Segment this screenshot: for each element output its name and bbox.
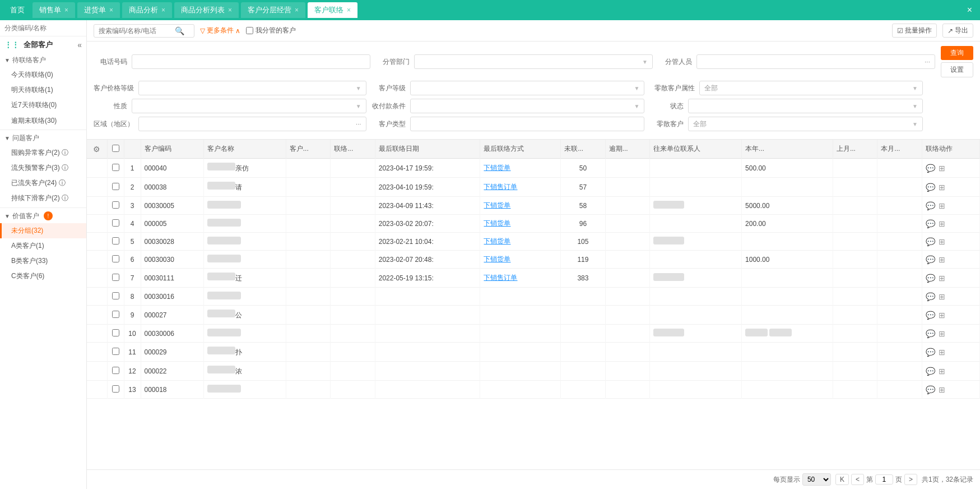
- grid-icon[interactable]: ⊞: [939, 164, 945, 173]
- sidebar-item-class-a[interactable]: A类客户(1): [0, 238, 86, 253]
- field-person-input[interactable]: ···: [696, 54, 935, 69]
- chat-icon[interactable]: 💬: [926, 348, 935, 357]
- checkbox-cell[interactable]: [107, 233, 124, 251]
- close-tab-customer-tier[interactable]: ×: [295, 6, 299, 14]
- col-name-header[interactable]: 客户名称: [203, 140, 286, 159]
- last-method-link[interactable]: 下销货单: [484, 219, 510, 227]
- nav-tab-purchase[interactable]: 进货单 ×: [77, 2, 120, 18]
- chat-icon[interactable]: 💬: [926, 183, 935, 192]
- field-nature-input[interactable]: ▼: [132, 99, 366, 113]
- last-method-link[interactable]: 下销售订单: [484, 183, 517, 191]
- chat-icon[interactable]: 💬: [926, 292, 935, 301]
- checkbox-cell[interactable]: [107, 288, 124, 306]
- page-input[interactable]: [875, 474, 893, 485]
- sidebar-item-declining[interactable]: 持续下滑客户(2) ⓘ: [0, 191, 86, 206]
- grid-icon[interactable]: ⊞: [939, 311, 945, 320]
- checkbox-cell[interactable]: [107, 159, 124, 178]
- close-tab-sales[interactable]: ×: [64, 6, 68, 14]
- main-search-icon[interactable]: 🔍: [175, 26, 184, 35]
- sidebar-item-class-c[interactable]: C类客户(6): [0, 269, 86, 284]
- sidebar-item-churned[interactable]: 已流失客户(24) ⓘ: [0, 176, 86, 191]
- reset-button[interactable]: 设置: [941, 62, 973, 77]
- field-price-level-input[interactable]: ▼: [138, 81, 366, 95]
- chat-icon[interactable]: 💬: [926, 367, 935, 376]
- row-checkbox[interactable]: [112, 348, 119, 355]
- chat-icon[interactable]: 💬: [926, 329, 935, 338]
- col-contact-header[interactable]: 联络...: [331, 140, 375, 159]
- nav-tab-customer-tier[interactable]: 客户分层经营 ×: [241, 2, 305, 18]
- last-method-link[interactable]: 下销货单: [484, 201, 510, 209]
- last-method-link[interactable]: 下销售订单: [484, 274, 517, 282]
- nav-tab-analysis-list[interactable]: 商品分析列表 ×: [174, 2, 239, 18]
- sidebar-item-ungrouped[interactable]: 未分组(32): [0, 223, 86, 238]
- field-cust-type-input[interactable]: [410, 117, 645, 131]
- row-checkbox[interactable]: [112, 329, 119, 336]
- nav-tab-sales[interactable]: 销售单 ×: [32, 2, 75, 18]
- row-checkbox[interactable]: [112, 183, 119, 190]
- field-region-input[interactable]: ···: [138, 117, 366, 131]
- checkbox-cell[interactable]: [107, 178, 124, 197]
- row-checkbox[interactable]: [112, 201, 119, 209]
- field-status-input[interactable]: ▼: [688, 99, 923, 113]
- close-tab-analysis-list[interactable]: ×: [228, 6, 232, 14]
- sidebar-group-pending[interactable]: ▼ 待联络客户: [0, 53, 86, 67]
- field-dept-input[interactable]: ▼: [414, 54, 653, 69]
- field-payment-input[interactable]: ▼: [410, 99, 645, 113]
- chat-icon[interactable]: 💬: [926, 219, 935, 228]
- first-page-btn[interactable]: K: [835, 474, 849, 485]
- col-code-header[interactable]: 客户编码: [141, 140, 203, 159]
- col-thismonth-header[interactable]: 本月...: [877, 140, 922, 159]
- sidebar-group-problem[interactable]: ▼ 问题客户: [0, 131, 86, 145]
- close-tab-customer-contact[interactable]: ×: [347, 6, 351, 14]
- row-checkbox[interactable]: [112, 219, 119, 227]
- sidebar-item-7days[interactable]: 近7天待联络(0): [0, 98, 86, 113]
- grid-icon[interactable]: ⊞: [939, 183, 945, 192]
- last-method-link[interactable]: 下销货单: [484, 164, 510, 172]
- col-thisyear-header[interactable]: 本年...: [742, 140, 833, 159]
- all-customers-header[interactable]: ⋮⋮ 全部客户 «: [0, 36, 86, 53]
- grid-icon[interactable]: ⊞: [939, 367, 945, 376]
- col-lastmethod-header[interactable]: 最后联络方式: [480, 140, 561, 159]
- grid-icon[interactable]: ⊞: [939, 329, 945, 338]
- chat-icon[interactable]: 💬: [926, 255, 935, 264]
- last-method-link[interactable]: 下销货单: [484, 237, 510, 245]
- field-retail-cust-input[interactable]: 全部▼: [688, 117, 923, 131]
- grid-icon[interactable]: ⊞: [939, 237, 945, 246]
- col-checkbox[interactable]: [107, 140, 124, 159]
- field-phone-input[interactable]: [132, 54, 370, 69]
- sidebar-group-value[interactable]: ▼ 价值客户 !: [0, 209, 86, 223]
- checkbox-cell[interactable]: [107, 325, 124, 343]
- chat-icon[interactable]: 💬: [926, 274, 935, 283]
- field-cust-level-input[interactable]: ▼: [410, 81, 645, 95]
- checkbox-cell[interactable]: [107, 215, 124, 233]
- checkbox-cell[interactable]: [107, 251, 124, 269]
- main-search-input[interactable]: [99, 27, 171, 35]
- col-settings[interactable]: ⚙: [87, 140, 107, 159]
- field-retail-attr-input[interactable]: 全部▼: [699, 81, 923, 95]
- sidebar-item-overdue[interactable]: 逾期未联络(30): [0, 113, 86, 128]
- close-all-tabs[interactable]: ×: [964, 5, 976, 15]
- sidebar-item-tomorrow[interactable]: 明天待联络(1): [0, 82, 86, 98]
- select-all-checkbox[interactable]: [112, 145, 119, 152]
- prev-page-btn[interactable]: <: [851, 474, 864, 485]
- grid-icon[interactable]: ⊞: [939, 348, 945, 357]
- row-checkbox[interactable]: [112, 292, 119, 299]
- sidebar-item-today[interactable]: 今天待联络(0): [0, 67, 86, 82]
- checkbox-cell[interactable]: [107, 343, 124, 362]
- col-uncontacted-header[interactable]: 未联...: [561, 140, 605, 159]
- sidebar-item-class-b[interactable]: B类客户(33): [0, 253, 86, 269]
- checkbox-cell[interactable]: [107, 362, 124, 381]
- close-tab-purchase[interactable]: ×: [109, 6, 113, 14]
- chat-icon[interactable]: 💬: [926, 385, 935, 394]
- chat-icon[interactable]: 💬: [926, 201, 935, 210]
- col-overdue-header[interactable]: 逾期...: [605, 140, 649, 159]
- grid-icon[interactable]: ⊞: [939, 385, 945, 394]
- grid-icon[interactable]: ⊞: [939, 219, 945, 228]
- sidebar-search-input[interactable]: [4, 24, 87, 32]
- checkbox-cell[interactable]: [107, 381, 124, 399]
- col-lastmonth-header[interactable]: 上月...: [833, 140, 877, 159]
- grid-icon[interactable]: ⊞: [939, 201, 945, 210]
- row-checkbox[interactable]: [112, 255, 119, 262]
- row-checkbox[interactable]: [112, 367, 119, 374]
- nav-tab-customer-contact[interactable]: 客户联络 ×: [308, 2, 357, 18]
